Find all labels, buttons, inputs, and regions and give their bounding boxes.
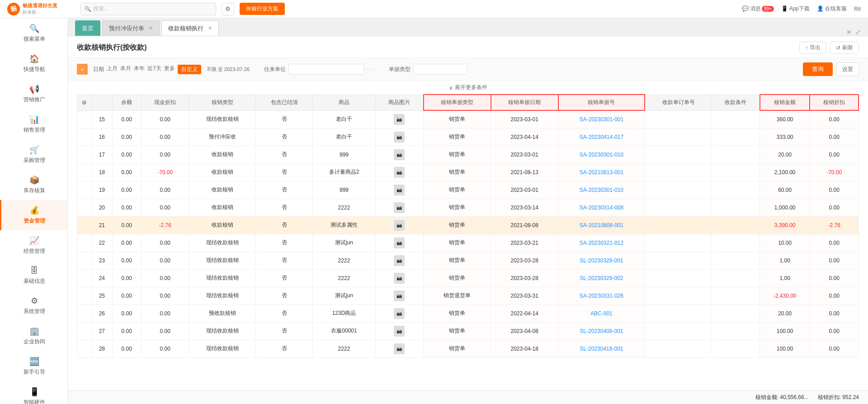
cell-cancel-bill-no[interactable]: SA-20230301-010 [558, 146, 645, 163]
cell-receipt-condition [712, 304, 760, 322]
tab-close-all-icon[interactable]: ✕ [846, 29, 852, 36]
sidebar-item-base[interactable]: 🗄 基础信息 [0, 261, 67, 290]
sidebar-item-finance[interactable]: 💰 资金管理 [0, 200, 67, 230]
gear-button[interactable]: ⚙ [222, 3, 234, 15]
query-button[interactable]: 查询 [803, 62, 833, 76]
sidebar-item-sales[interactable]: 📊 销售管理 [0, 109, 67, 139]
cell-cancel-bill-date: 2023-03-28 [491, 252, 558, 269]
refresh-button[interactable]: ↺ 刷新 [830, 42, 859, 54]
search-icon: 🔍 [29, 24, 39, 33]
cell-cancel-bill-no[interactable]: SA-20230301-010 [558, 181, 645, 199]
sidebar-item-purchase[interactable]: 🛒 采购管理 [0, 139, 67, 170]
sidebar-item-system[interactable]: ⚙ 系统管理 [0, 290, 67, 321]
sidebar-item-marketing[interactable]: 📢 营销推广 [0, 79, 67, 109]
cell-cancel-bill-no[interactable]: SA-20230301-001 [558, 110, 645, 128]
export-button[interactable]: ↑ 导出 [799, 42, 826, 54]
cell-seq: 15 [92, 110, 113, 128]
sidebar-label-marketing: 营销推广 [24, 96, 45, 104]
cell-cancel-amount: -2,430.00 [760, 287, 810, 304]
tab-home[interactable]: 首页 [75, 20, 100, 36]
cell-receipt-condition [712, 322, 760, 340]
cell-cancel-bill-no[interactable]: SA-20230314-008 [558, 199, 645, 216]
cell-cancel-bill-no[interactable]: SL-20230328-002 [558, 269, 645, 287]
sidebar-item-guide[interactable]: 🆕 新手引导 [0, 351, 67, 381]
cell-settings [77, 234, 92, 252]
date-link-more[interactable]: 更多 [164, 65, 175, 74]
user-label[interactable]: Rit [854, 6, 861, 12]
sidebar-item-shortcut[interactable]: 🏠 快捷导航 [0, 48, 67, 79]
cell-cancel-bill-no[interactable]: SA-20230331-026 [558, 287, 645, 304]
cell-cancel-bill-no[interactable]: SA-20230414-017 [558, 128, 645, 146]
sidebar-item-corp[interactable]: 🏢 企业协同 [0, 321, 67, 351]
sidebar-label-finance: 资金管理 [24, 217, 45, 225]
cell-cancel-bill-no[interactable]: SA-20210808-001 [558, 216, 645, 234]
tab-expand-icon[interactable]: ⤢ [855, 29, 861, 36]
cell-cancel-amount: 10.00 [760, 234, 810, 252]
date-link-this-year[interactable]: 本年 [134, 65, 145, 74]
app-download[interactable]: 📱 App下载 [781, 5, 810, 13]
sidebar-item-hardware[interactable]: 📱 智能硬件 [0, 381, 67, 404]
cell-cancel-bill-no[interactable]: SA-20210813-001 [558, 163, 645, 181]
setting-button[interactable]: 设置 [836, 62, 859, 76]
cell-cancel-discount: 0.00 [810, 146, 859, 163]
col-seq [92, 95, 113, 110]
cell-cancel-bill-no[interactable]: SL-20230418-001 [558, 340, 645, 357]
cell-cancel-bill-no[interactable]: ABC-001 [558, 304, 645, 322]
date-link-custom[interactable]: 自定义 [178, 65, 201, 74]
cell-include-settled: 否 [255, 304, 313, 322]
date-link-last-month[interactable]: 上月 [107, 65, 118, 74]
cell-cancel-amount: 100.00 [760, 340, 810, 357]
export-icon: ↑ [805, 45, 808, 51]
table-row: 220.000.00现结收款核销否测试jun📷销货单2023-03-21SA-2… [77, 234, 859, 252]
table-container[interactable]: ⚙ 余额 现金折扣 核销类型 包含已结清 商品 商品图片 核销单据类型 核销单据… [68, 94, 868, 390]
cell-cancel-discount: 0.00 [810, 199, 859, 216]
filter-collapse-btn[interactable]: » [77, 64, 88, 75]
sidebar-item-inventory[interactable]: 📦 库存核算 [0, 170, 67, 200]
cell-cancel-amount: 2,100.00 [760, 163, 810, 181]
sidebar-label-search: 搜索菜单 [24, 35, 45, 43]
date-range-display: 不限 至 2023-07-26 [207, 66, 250, 73]
refresh-icon: ↺ [836, 45, 840, 51]
cell-receipt-order-no [645, 234, 712, 252]
date-link-last7[interactable]: 近7天 [147, 65, 161, 74]
table-row: 170.000.00收款核销否999📷销货单2023-03-01SA-20230… [77, 146, 859, 163]
industry-btn[interactable]: 休验行业方案 [240, 3, 285, 15]
purchase-icon: 🛒 [29, 145, 39, 155]
header-actions: ↑ 导出 ↺ 刷新 [799, 42, 859, 54]
cell-seq: 21 [92, 216, 113, 234]
bill-type-select[interactable] [413, 64, 467, 75]
main-layout: 🔍 搜索菜单 🏠 快捷导航 📢 营销推广 📊 销售管理 🛒 采购管理 📦 库存核… [0, 18, 868, 404]
col-cancel-amount: 核销金额 [760, 95, 810, 110]
online-service[interactable]: 👤 在线客服 [817, 5, 847, 13]
cell-balance: 0.00 [112, 234, 141, 252]
tab-prepay[interactable]: 预付冲应付单 ✕ [102, 20, 160, 36]
col-cancel-bill-no: 核销单据号 [558, 95, 645, 110]
tab-prepay-close[interactable]: ✕ [149, 25, 153, 31]
cell-cancel-type: 现结收款核销 [189, 252, 255, 269]
cell-cancel-discount: 0.00 [810, 304, 859, 322]
cell-settings [77, 304, 92, 322]
tab-receipt[interactable]: 收款核销执行 ✕ [161, 20, 219, 36]
party-input[interactable] [288, 64, 364, 75]
cell-cancel-bill-no[interactable]: SL-20230408-001 [558, 322, 645, 340]
operation-icon: 📈 [29, 236, 39, 246]
sidebar-item-operation[interactable]: 📈 经营管理 [0, 230, 67, 261]
date-link-this-month[interactable]: 本月 [120, 65, 131, 74]
msg-icon[interactable]: 💬 消息99+ [742, 5, 774, 13]
col-settings[interactable]: ⚙ [77, 95, 92, 110]
cell-goods-img: 📷 [375, 252, 424, 269]
cell-cancel-bill-no[interactable]: SA-20230321-012 [558, 234, 645, 252]
filter-dots: ··· [367, 66, 374, 72]
cell-goods-img: 📷 [375, 128, 424, 146]
cell-receipt-order-no [645, 128, 712, 146]
cell-cancel-bill-date: 2023-03-01 [491, 110, 558, 128]
sidebar-item-search[interactable]: 🔍 搜索菜单 [0, 18, 67, 48]
cell-cancel-bill-no[interactable]: SL-20230328-001 [558, 252, 645, 269]
data-table: ⚙ 余额 现金折扣 核销类型 包含已结清 商品 商品图片 核销单据类型 核销单据… [77, 94, 859, 358]
tab-bar-actions: ✕ ⤢ [846, 29, 861, 36]
tab-receipt-close[interactable]: ✕ [208, 25, 212, 31]
expand-more-btn[interactable]: ∨ 展开更多条件 [449, 84, 487, 91]
tab-home-label: 首页 [82, 24, 94, 33]
sidebar-label-purchase: 采购管理 [24, 157, 45, 164]
cell-cancel-amount: 3,390.00 [760, 216, 810, 234]
